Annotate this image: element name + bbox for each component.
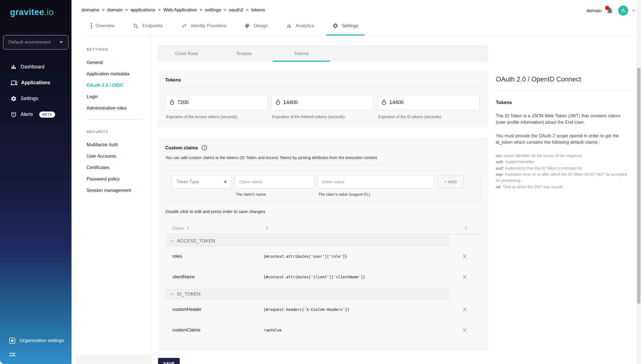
- menu-item-application-metadata[interactable]: Application metadata: [87, 71, 151, 76]
- notifications-button[interactable]: [606, 7, 614, 14]
- claim-name: clientName: [165, 274, 263, 279]
- table-row[interactable]: customHeader {#request.headers['X-Custom…: [165, 299, 481, 320]
- tab-analytics[interactable]: Analytics: [277, 16, 323, 35]
- delete-claim-button[interactable]: [448, 307, 481, 312]
- breadcrumb-item-web-application[interactable]: Web Application: [163, 7, 197, 13]
- breadcrumb-item-settings[interactable]: settings: [205, 7, 221, 13]
- menu-item-certificates[interactable]: Certificates: [87, 165, 151, 170]
- collapse-sidebar-button[interactable]: [9, 352, 16, 358]
- subtab-scopes[interactable]: Scopes: [215, 45, 273, 62]
- id-token-expiration-input[interactable]: [389, 99, 476, 106]
- help-panel-title: OAuth 2.0 / OpenID Connect: [496, 75, 632, 83]
- domain-label: domain: [586, 8, 601, 13]
- delete-claim-button[interactable]: [448, 254, 481, 259]
- sort-icon[interactable]: [187, 226, 189, 230]
- sidebar-item-label: Dashboard: [21, 64, 45, 70]
- menu-item-login[interactable]: Login: [87, 94, 151, 99]
- token-type-select[interactable]: Token Type: [172, 175, 232, 189]
- claim-name-input[interactable]: [235, 175, 314, 189]
- claim-term: iat:: [496, 185, 502, 189]
- beta-badge: BETA: [39, 112, 55, 118]
- add-claim-button[interactable]: + ADD: [437, 175, 464, 188]
- tab-label: Analytics: [296, 23, 314, 28]
- breadcrumb-separator: >: [224, 7, 226, 13]
- table-row[interactable]: roles {#context.attributes['user']['role…: [165, 246, 481, 267]
- avatar[interactable]: A: [618, 6, 628, 16]
- custom-claims-title: Custom claims: [165, 145, 198, 150]
- claim-value-input[interactable]: [318, 175, 434, 189]
- tab-label: Endpoints: [142, 23, 162, 28]
- menu-item-password-policy[interactable]: Password policy: [87, 176, 151, 181]
- help-section-title: Tokens: [496, 100, 632, 105]
- tab-identity-providers[interactable]: Identity Providers: [172, 16, 235, 35]
- analytics-icon: [287, 23, 292, 29]
- app-tabs: Overview Endpoints Identity Providers De…: [82, 16, 637, 36]
- identity-providers-icon: [181, 23, 187, 29]
- settings-menu-scrollbar[interactable]: [75, 355, 151, 364]
- chevron-down-icon: [59, 41, 63, 43]
- dashboard-icon: [11, 64, 17, 70]
- claim-text: Audience(s) that this ID Token is intend…: [504, 166, 583, 170]
- claim-value: rawValue: [263, 328, 448, 332]
- breadcrumb-item-oauth2[interactable]: oauth2: [229, 7, 243, 13]
- delete-claim-button[interactable]: [448, 274, 481, 280]
- refresh-token-expiration-input[interactable]: [283, 99, 370, 106]
- breadcrumb-item-domains[interactable]: domains: [82, 7, 99, 13]
- access-token-expiration-input[interactable]: [177, 99, 264, 106]
- table-row[interactable]: clientName {#context.attributes['client'…: [165, 267, 481, 287]
- table-row[interactable]: customClaims rawValue: [165, 320, 481, 340]
- user-menu-chevron-icon[interactable]: [632, 8, 635, 11]
- breadcrumb-item-tokens[interactable]: tokens: [251, 7, 265, 13]
- sidebar-item-settings[interactable]: Settings: [0, 91, 72, 107]
- subtab-label: Tokens: [294, 51, 309, 56]
- logo-text-main: gravitee: [10, 7, 44, 17]
- gear-icon: [11, 96, 17, 102]
- notification-badge: [605, 6, 609, 10]
- tab-design[interactable]: Design: [235, 16, 277, 35]
- tab-endpoints[interactable]: Endpoints: [124, 16, 172, 35]
- list-item: aud: Audience(s) that this ID Token is i…: [496, 165, 629, 171]
- overview-icon: [91, 23, 92, 29]
- settings-menu-column: SETTINGS General Application metadata OA…: [72, 36, 151, 364]
- id-token-field: Expiration of the ID tokens (seconds).: [377, 95, 480, 119]
- sidebar-nav: Dashboard Applications Settings Alerts B…: [0, 59, 72, 122]
- claim-value: {#context.attributes['client']['clientNa…: [263, 275, 448, 279]
- tab-overview[interactable]: Overview: [82, 16, 124, 35]
- organization-settings-button[interactable]: Organization settings: [9, 337, 72, 344]
- tokens-card: Tokens Expiration of the Access tokens (…: [158, 70, 488, 127]
- applications-icon: [11, 80, 17, 86]
- menu-item-administrative-roles[interactable]: Administrative roles: [87, 105, 151, 110]
- breadcrumb-item-applications[interactable]: applications: [130, 7, 156, 13]
- menu-item-user-accounts[interactable]: User Accounts: [87, 153, 151, 159]
- group-row-id-token[interactable]: ID_TOKEN: [165, 289, 450, 299]
- subtab-grant-flows[interactable]: Grant flows: [158, 45, 215, 62]
- id-token-expiration-input-box: [377, 95, 480, 110]
- custom-claims-description: You can add custom claims to the tokens …: [165, 155, 481, 160]
- divider: [165, 165, 481, 165]
- save-button[interactable]: SAVE: [158, 358, 180, 364]
- menu-item-general[interactable]: General: [87, 60, 151, 65]
- claim-text: Subject Identifier.: [504, 160, 535, 164]
- close-icon: [462, 327, 467, 333]
- sort-icon[interactable]: [266, 226, 268, 230]
- menu-item-oauth-oidc[interactable]: OAuth 2.0 / OIDC: [87, 83, 151, 88]
- info-icon[interactable]: [201, 145, 207, 151]
- page-scrollbar[interactable]: [637, 0, 641, 364]
- sidebar-item-dashboard[interactable]: Dashboard: [0, 59, 72, 75]
- breadcrumb-item-domain[interactable]: domain: [107, 7, 123, 13]
- claim-text: Time at which the JWT was issued.: [502, 185, 563, 189]
- claim-text: Issuer Identifier for the Issuer of the …: [502, 153, 583, 158]
- menu-item-session-management[interactable]: Session management: [87, 188, 151, 193]
- sidebar-item-alerts[interactable]: Alerts BETA: [0, 107, 72, 122]
- subtab-tokens[interactable]: Tokens: [273, 45, 330, 62]
- sidebar-item-applications[interactable]: Applications: [0, 75, 72, 91]
- environment-select[interactable]: Default environment: [3, 35, 68, 49]
- breadcrumb-separator: >: [102, 7, 105, 13]
- delete-claim-button[interactable]: [448, 327, 481, 333]
- sort-icon[interactable]: [465, 226, 467, 230]
- group-row-access-token[interactable]: ACCESS_TOKEN: [165, 236, 450, 246]
- alarm-icon: [11, 112, 17, 118]
- tab-settings[interactable]: Settings: [323, 16, 368, 35]
- menu-item-multifactor-auth[interactable]: Multifactor Auth: [87, 142, 151, 147]
- scrollbar-thumb[interactable]: [637, 68, 640, 304]
